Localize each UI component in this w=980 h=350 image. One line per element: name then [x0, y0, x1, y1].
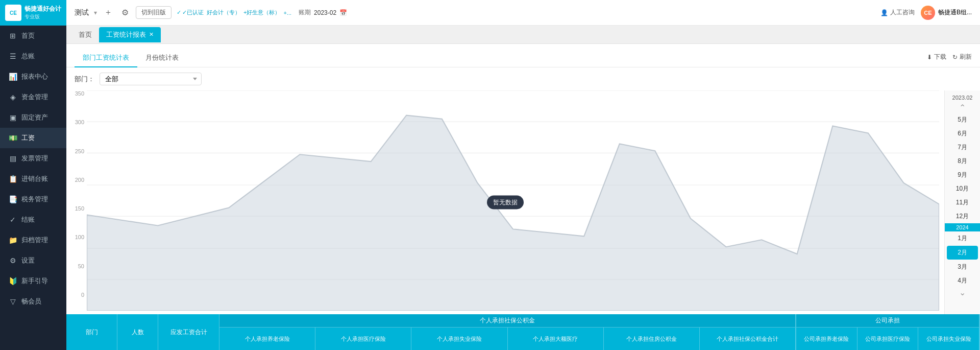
sidebar-item-reports[interactable]: 📊 报表中心: [0, 66, 66, 87]
area-chart: [87, 90, 939, 311]
sidebar-item-label: 设置: [21, 256, 35, 265]
month-2024-1[interactable]: 1月: [945, 231, 980, 245]
th-personal-pension: 个人承担养老保险: [219, 328, 315, 350]
ledger-icon: ☰: [8, 52, 17, 60]
home-icon: ⊞: [8, 32, 17, 40]
funds-icon: ◈: [8, 93, 17, 101]
tab-salary-report[interactable]: 工资统计报表 ✕: [99, 27, 161, 42]
month-2024-3[interactable]: 3月: [945, 260, 980, 274]
year-2024-label: 2024: [945, 223, 980, 231]
archive-icon: 📁: [8, 236, 17, 244]
settings-icon: ⚙: [8, 256, 17, 265]
user-menu[interactable]: CE 畅捷通B组...: [921, 6, 972, 20]
sidebar-item-label: 工资: [21, 133, 35, 143]
calendar-icon[interactable]: 📅: [339, 9, 347, 16]
th-personal-medical: 个人承担医疗保险: [315, 328, 411, 350]
sidebar-item-tax[interactable]: 📑 税务管理: [0, 189, 66, 209]
th-company-group: 公司承担 公司承担养老保险 公司承担医疗保险 公司承担失业保险: [796, 314, 980, 350]
month-2024-2[interactable]: 2月: [947, 246, 978, 260]
y-label-350: 350: [66, 90, 84, 97]
chart-wrapper: 0 50 100 150 200 250 300 350: [66, 90, 944, 314]
sidebar-item-invoice[interactable]: ▤ 发票管理: [0, 148, 66, 169]
sidebar-item-member[interactable]: ▽ 畅会员: [0, 291, 66, 312]
dropdown-arrow-icon[interactable]: ▾: [94, 9, 97, 16]
sidebar-item-label: 进销台账: [21, 174, 48, 183]
avatar: CE: [921, 6, 935, 20]
gear-icon[interactable]: ⚙: [119, 6, 131, 19]
th-personal-unemploy: 个人承担失业保险: [411, 328, 507, 350]
download-button[interactable]: ⬇ 下载: [927, 53, 946, 61]
month-10[interactable]: 10月: [945, 182, 980, 196]
switch-mode-button[interactable]: 切到旧版: [136, 6, 172, 19]
sidebar-item-ledger[interactable]: ☰ 总账: [0, 46, 66, 66]
sidebar-item-label: 首页: [21, 31, 35, 40]
logo-icon: CE: [5, 5, 21, 21]
month-2024-4[interactable]: 4月: [945, 274, 980, 288]
tag1: 好会计（专）: [207, 9, 240, 16]
sidebar-item-newguide[interactable]: 🔰 新手引导: [0, 271, 66, 291]
filter-row: 部门： 全部: [66, 67, 980, 90]
th-personal-total: 个人承担社保公积金合计: [700, 328, 796, 350]
status-bar: ✓ ✓已认证 好会计（专） +好生意（标） +... 账期 2023-02 📅: [177, 8, 347, 17]
app-name: 畅捷通好会计: [24, 5, 61, 13]
tab-home[interactable]: 首页: [71, 27, 99, 42]
sidebar-item-sales[interactable]: 📋 进销台账: [0, 169, 66, 189]
invoice-icon: ▤: [8, 154, 17, 162]
download-icon: ⬇: [927, 54, 932, 61]
content-area: 部门工资统计表 月份统计表 ⬇ 下载 ↻ 刷新 部门： 全部: [66, 44, 980, 350]
month-7[interactable]: 7月: [945, 141, 980, 154]
subtab-dept[interactable]: 部门工资统计表: [75, 49, 137, 67]
y-label-200: 200: [66, 177, 84, 183]
y-label-0: 0: [66, 292, 84, 298]
member-icon: ▽: [8, 297, 17, 306]
year-label-2023[interactable]: 2023.02: [949, 92, 976, 103]
sidebar-item-assets[interactable]: ▣ 固定资产: [0, 107, 66, 128]
th-company-pension: 公司承担养老保险: [796, 328, 857, 350]
refresh-icon: ↻: [952, 54, 958, 61]
th-dept: 部门: [66, 314, 117, 350]
sidebar-item-salary[interactable]: 💵 工资: [0, 128, 66, 148]
sidebar-item-close[interactable]: ✓ 结账: [0, 209, 66, 230]
sidebar-item-label: 发票管理: [21, 154, 48, 163]
month-6[interactable]: 6月: [945, 127, 980, 141]
topbar: 测试 ▾ ＋ ⚙ 切到旧版 ✓ ✓已认证 好会计（专） +好生意（标） +...…: [66, 0, 980, 26]
y-label-250: 250: [66, 148, 84, 154]
topbar-title: 测试: [75, 8, 89, 17]
refresh-button[interactable]: ↻ 刷新: [952, 53, 972, 61]
tax-icon: 📑: [8, 195, 17, 203]
month-9[interactable]: 9月: [945, 168, 980, 182]
newguide-icon: 🔰: [8, 277, 17, 285]
add-icon[interactable]: ＋: [102, 5, 114, 20]
y-label-50: 50: [66, 263, 84, 269]
sidebar-item-funds[interactable]: ◈ 资金管理: [0, 87, 66, 107]
nav-down-icon[interactable]: ⌄: [958, 288, 967, 298]
tab-close-icon[interactable]: ✕: [149, 31, 154, 38]
main-area: 测试 ▾ ＋ ⚙ 切到旧版 ✓ ✓已认证 好会计（专） +好生意（标） +...…: [66, 0, 980, 350]
month-5[interactable]: 5月: [945, 113, 980, 127]
dept-select[interactable]: 全部: [100, 73, 202, 85]
close-accounts-icon: ✓: [8, 216, 17, 224]
th-personal-major-medical: 个人承担大额医疗: [508, 328, 604, 350]
th-company-cells: 公司承担养老保险 公司承担医疗保险 公司承担失业保险: [796, 328, 979, 350]
subtab-monthly[interactable]: 月份统计表: [137, 49, 187, 67]
sidebar-item-label: 税务管理: [21, 195, 48, 204]
app-edition: 专业版: [24, 13, 61, 20]
y-label-150: 150: [66, 205, 84, 212]
sidebar-item-label: 畅会员: [21, 297, 41, 306]
sidebar-item-label: 归档管理: [21, 236, 48, 245]
month-12[interactable]: 12月: [945, 209, 980, 223]
assets-icon: ▣: [8, 113, 17, 122]
tag2: +好生意（标）: [243, 9, 280, 16]
nav-up-icon[interactable]: ⌃: [958, 103, 967, 113]
month-8[interactable]: 8月: [945, 154, 980, 168]
help-button[interactable]: 👤 人工咨询: [880, 8, 915, 17]
month-11[interactable]: 11月: [945, 196, 980, 209]
sidebar: CE 畅捷通好会计 专业版 ⊞ 首页 ☰ 总账 📊 报表中心 ◈ 资金管理 ▣ …: [0, 0, 66, 350]
th-total-salary: 应发工资合计: [158, 314, 219, 350]
table-header: 部门 人数 应发工资合计 个人承担社保公积金 个人承担养老保险 个人承担医疗保险: [66, 314, 980, 350]
sidebar-item-home[interactable]: ⊞ 首页: [0, 26, 66, 46]
th-personal-housing: 个人承担住房公积金: [604, 328, 700, 350]
sidebar-item-archive[interactable]: 📁 归档管理: [0, 230, 66, 250]
sidebar-item-label: 固定资产: [21, 113, 48, 122]
sidebar-item-settings[interactable]: ⚙ 设置: [0, 250, 66, 271]
